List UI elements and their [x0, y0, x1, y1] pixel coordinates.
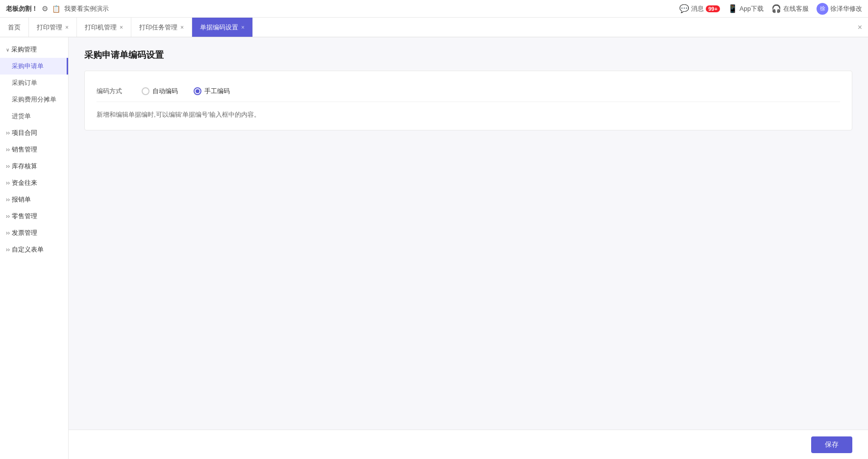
sidebar-group-custom-form[interactable]: › 自定义表单 [0, 241, 68, 258]
sidebar-group-purchase[interactable]: 采购管理 [0, 41, 68, 58]
tab-print-manage-close[interactable]: × [65, 24, 69, 31]
app-download-button[interactable]: App下载 [728, 4, 764, 13]
top-bar: 老板勿割！ 我要看实例演示 消息 99+ App下载 在线客服 徐 徐泽华修改 [0, 0, 868, 18]
message-icon [679, 4, 689, 13]
sidebar-group-project-contract[interactable]: › 项目合同 [0, 125, 68, 141]
tab-print-task-close[interactable]: × [180, 24, 184, 31]
sidebar-group-returns-label: 报销单 [12, 195, 31, 204]
app-download-label: App下载 [740, 4, 764, 13]
sales-arrow-icon: › [6, 146, 10, 153]
settings-panel: 编码方式 自动编码 手工编码 新增和编辑单据编时,可以编辑'单据编号'输入框中的… [84, 71, 852, 130]
auto-encoding-label: 自动编码 [152, 87, 178, 96]
content-area: 采购申请单编码设置 编码方式 自动编码 手工编码 新增和编辑单据编时,可以编辑'… [69, 37, 868, 459]
message-badge: 99+ [706, 5, 720, 12]
auto-encoding-option[interactable]: 自动编码 [142, 87, 178, 96]
sidebar-item-purchase-expense-label: 采购费用分摊单 [12, 96, 56, 103]
logo-text: 老板勿割！ [6, 4, 38, 13]
sidebar-group-fund-label: 资金往来 [12, 178, 37, 187]
demo-icon [52, 5, 60, 13]
content-footer: 保存 [69, 430, 868, 459]
user-name: 徐泽华修改 [830, 4, 862, 13]
sidebar-group-returns[interactable]: › 报销单 [0, 191, 68, 208]
tab-printer-manage[interactable]: 打印机管理 × [77, 18, 131, 37]
sidebar-group-inventory-label: 库存核算 [12, 162, 37, 171]
retail-arrow-icon: › [6, 213, 10, 220]
tab-single-code-label: 单据编码设置 [200, 23, 238, 32]
sidebar: 采购管理 采购申请单 采购订单 采购费用分摊单 进货单 › 项目合同 › 销售管… [0, 37, 69, 459]
sidebar-item-purchase-expense[interactable]: 采购费用分摊单 [0, 91, 68, 108]
invoice-arrow-icon: › [6, 230, 10, 236]
purchase-arrow-icon [6, 47, 9, 52]
manual-encoding-radio[interactable] [194, 87, 201, 95]
top-bar-right: 消息 99+ App下载 在线客服 徐 徐泽华修改 [679, 3, 862, 15]
auto-encoding-radio[interactable] [142, 87, 149, 95]
save-button[interactable]: 保存 [811, 436, 852, 453]
demo-text[interactable]: 我要看实例演示 [64, 4, 109, 13]
sidebar-group-custom-form-label: 自定义表单 [12, 245, 44, 254]
sidebar-item-purchase-order[interactable]: 采购订单 [0, 75, 68, 91]
encoding-method-label: 编码方式 [97, 87, 126, 96]
online-service-label: 在线客服 [783, 4, 809, 13]
sidebar-item-purchase-order-label: 采购订单 [12, 79, 37, 86]
custom-form-arrow-icon: › [6, 246, 10, 253]
description-text: 新增和编辑单据编时,可以编辑'单据编号'输入框中的内容。 [97, 110, 840, 120]
message-button[interactable]: 消息 99+ [679, 4, 720, 13]
service-icon [771, 4, 781, 13]
tab-printer-manage-label: 打印机管理 [85, 23, 117, 32]
tab-print-task-label: 打印任务管理 [139, 23, 177, 32]
app-icon [728, 4, 738, 13]
encoding-row: 编码方式 自动编码 手工编码 [97, 81, 840, 102]
top-bar-left: 老板勿割！ 我要看实例演示 [6, 4, 109, 13]
online-service-button[interactable]: 在线客服 [771, 4, 809, 13]
page-title: 采购申请单编码设置 [84, 49, 852, 61]
tab-bar-end: × [253, 18, 868, 37]
sidebar-group-invoice-label: 发票管理 [12, 229, 37, 237]
sidebar-group-project-contract-label: 项目合同 [12, 128, 37, 137]
main-layout: 采购管理 采购申请单 采购订单 采购费用分摊单 进货单 › 项目合同 › 销售管… [0, 37, 868, 459]
sidebar-group-fund[interactable]: › 资金往来 [0, 175, 68, 191]
manual-encoding-label: 手工编码 [204, 87, 230, 96]
tab-single-code-close[interactable]: × [241, 24, 245, 31]
tab-home[interactable]: 首页 [0, 18, 29, 37]
sidebar-group-inventory[interactable]: › 库存核算 [0, 158, 68, 175]
project-contract-arrow-icon: › [6, 129, 10, 136]
sidebar-group-sales[interactable]: › 销售管理 [0, 141, 68, 158]
sidebar-group-retail-label: 零售管理 [12, 212, 37, 221]
sidebar-group-retail[interactable]: › 零售管理 [0, 208, 68, 225]
tab-close-all[interactable]: × [858, 23, 862, 32]
sidebar-group-invoice[interactable]: › 发票管理 [0, 225, 68, 241]
sidebar-group-purchase-label: 采购管理 [11, 45, 37, 54]
sidebar-item-purchase-request-label: 采购申请单 [12, 62, 44, 70]
tab-print-task[interactable]: 打印任务管理 × [131, 18, 192, 37]
tab-print-manage-label: 打印管理 [37, 23, 62, 32]
message-label: 消息 [691, 4, 704, 13]
fund-arrow-icon: › [6, 179, 10, 186]
content-inner: 采购申请单编码设置 编码方式 自动编码 手工编码 新增和编辑单据编时,可以编辑'… [69, 37, 868, 430]
manual-encoding-option[interactable]: 手工编码 [194, 87, 230, 96]
avatar: 徐 [817, 3, 828, 15]
sidebar-item-incoming-label: 进货单 [12, 112, 31, 120]
returns-arrow-icon: › [6, 196, 10, 203]
tab-print-manage[interactable]: 打印管理 × [29, 18, 77, 37]
sidebar-group-sales-label: 销售管理 [12, 145, 37, 154]
settings-icon[interactable] [42, 4, 48, 13]
inventory-arrow-icon: › [6, 163, 10, 170]
tab-home-label: 首页 [8, 23, 21, 32]
sidebar-item-incoming[interactable]: 进货单 [0, 108, 68, 125]
tab-single-code[interactable]: 单据编码设置 × [192, 18, 253, 37]
tab-bar: 首页 打印管理 × 打印机管理 × 打印任务管理 × 单据编码设置 × × [0, 18, 868, 37]
sidebar-item-purchase-request[interactable]: 采购申请单 [0, 58, 68, 75]
tab-printer-manage-close[interactable]: × [120, 24, 123, 31]
user-menu[interactable]: 徐 徐泽华修改 [817, 3, 862, 15]
